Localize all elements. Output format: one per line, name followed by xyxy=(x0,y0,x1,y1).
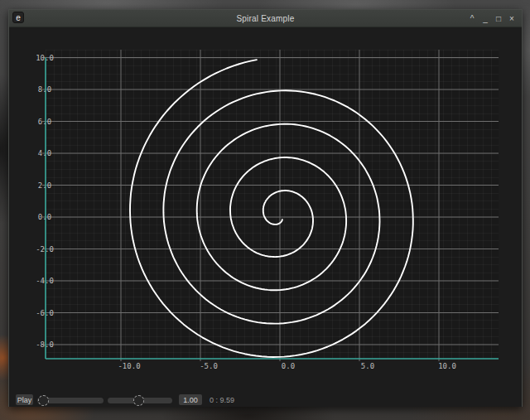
minimize-icon[interactable]: _ xyxy=(479,10,492,27)
svg-text:0.0: 0.0 xyxy=(282,362,295,370)
speed-slider-knob[interactable] xyxy=(133,395,144,406)
titlebar[interactable]: e Spiral Example ^ _ □ × xyxy=(9,10,522,27)
playback-controls: Play 1.00 0 : 9.59 xyxy=(9,392,522,407)
svg-text:5.0: 5.0 xyxy=(361,362,374,370)
svg-text:10.0: 10.0 xyxy=(438,362,456,370)
spiral-example-window: e Spiral Example ^ _ □ × 10.08.06.04.02.… xyxy=(8,9,523,407)
spiral-plot[interactable] xyxy=(46,50,499,359)
close-icon[interactable]: × xyxy=(505,10,518,27)
svg-text:-10.0: -10.0 xyxy=(118,362,140,370)
time-range-label: 0 : 9.59 xyxy=(210,394,234,405)
window-title: Spiral Example xyxy=(9,14,522,23)
time-slider-knob[interactable] xyxy=(38,395,49,406)
play-button[interactable]: Play xyxy=(16,394,33,405)
app-icon[interactable]: e xyxy=(12,12,24,23)
shade-icon[interactable]: ^ xyxy=(465,10,479,27)
window-content: 10.08.06.04.02.00.0-2.0-4.0-6.0-8.0-10.0… xyxy=(9,27,522,407)
speed-value[interactable]: 1.00 xyxy=(179,394,202,405)
maximize-icon[interactable]: □ xyxy=(492,10,505,27)
window-controls: ^ _ □ × xyxy=(465,10,518,27)
desktop: { "window": { "title": "Spiral Example",… xyxy=(0,0,530,420)
svg-text:-5.0: -5.0 xyxy=(200,362,218,370)
